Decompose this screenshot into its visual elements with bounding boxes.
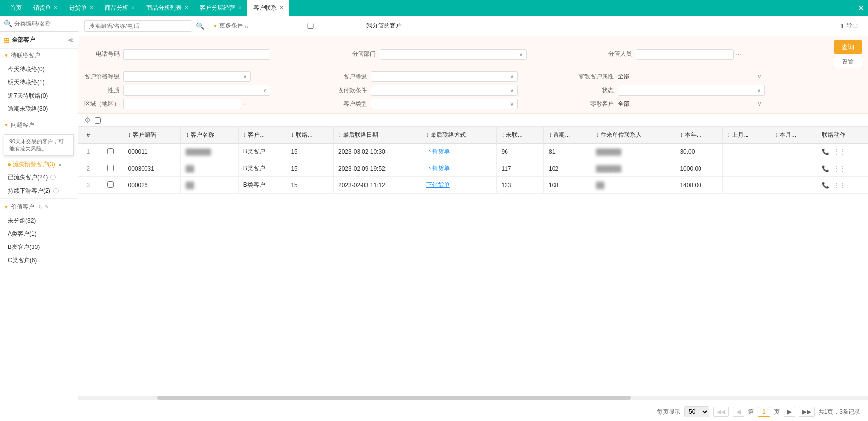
cell-last-method[interactable]: 下销货单 <box>421 177 496 194</box>
col-code[interactable]: ↕ 客户编码 <box>123 127 181 144</box>
filter-input-person[interactable] <box>636 49 734 60</box>
first-page-button[interactable]: ◀◀ <box>713 407 729 417</box>
customer-table: # ↕ 客户编码 ↕ 客户名称 ↕ 客户... ↕ 联络... ↕ 最后联络日期… <box>78 127 868 194</box>
close-customer-contact[interactable]: × <box>280 4 283 11</box>
sidebar-item-tomorrow[interactable]: 明天待联络(1) <box>0 76 78 89</box>
refresh-icon-value[interactable]: ↻ <box>38 204 43 210</box>
close-product-analysis[interactable]: × <box>131 4 135 11</box>
filter-dots-person[interactable]: ··· <box>734 51 743 58</box>
filter-select-nature[interactable]: ∨ <box>123 85 270 96</box>
sidebar-item-class-c[interactable]: C类客户(6) <box>0 254 78 267</box>
search-input[interactable] <box>84 20 192 32</box>
sidebar-group-value[interactable]: ▼ 价值客户 ↻ ✎ <box>0 200 78 214</box>
more-icon[interactable]: ⋮⋮ <box>833 182 845 189</box>
phone-icon[interactable]: 📞 <box>822 149 829 155</box>
last-page-button[interactable]: ▶▶ <box>799 407 815 417</box>
col-last-date[interactable]: ↕ 最后联络日期 <box>334 127 421 144</box>
more-icon[interactable]: ⋮⋮ <box>833 165 845 172</box>
filter-dots-region[interactable]: ··· <box>241 100 250 107</box>
table-settings-icon[interactable]: ⚙ <box>84 116 91 124</box>
col-not-contacted[interactable]: ↕ 未联... <box>496 127 544 144</box>
filter-select-customer-type[interactable]: ∨ <box>371 99 518 109</box>
sidebar-group-pending[interactable]: ▼ 待联络客户 <box>0 49 78 63</box>
filter-select-retail-attr[interactable]: ∨ <box>754 72 803 81</box>
cell-checkbox[interactable] <box>98 144 123 160</box>
sidebar-item-today[interactable]: 今天待联络(0) <box>0 63 78 76</box>
cell-type: B类客户 <box>238 144 286 160</box>
settings-button[interactable]: 设置 <box>834 56 862 68</box>
table-row: 3 000026 ██ B类客户 15 2023-02-03 11:12: 下销… <box>78 177 868 194</box>
col-overdue[interactable]: ↕ 逾期... <box>544 127 591 144</box>
filter-label-retail-attr: 零散客户属性 <box>579 73 618 81</box>
cell-code: 000026 <box>123 177 181 194</box>
nav-product-analysis[interactable]: 商品分析 × <box>99 0 141 16</box>
nav-product-analysis-list[interactable]: 商品分析列表 × <box>141 0 194 16</box>
search-button[interactable]: 🔍 <box>196 22 204 30</box>
col-this-month[interactable]: ↕ 本月... <box>770 127 817 144</box>
export-button[interactable]: ⬆ 导出 <box>836 20 862 32</box>
col-last-method[interactable]: ↕ 最后联络方式 <box>421 127 496 144</box>
cell-last-method[interactable]: 下销货单 <box>421 144 496 160</box>
nav-customer-layered[interactable]: 客户分层经营 × <box>194 0 247 16</box>
filter-select-retail-customer[interactable]: ∨ <box>754 99 803 109</box>
prev-page-button[interactable]: ◀ <box>733 407 744 417</box>
my-customers-checkbox[interactable] <box>257 23 364 29</box>
filter-select-payment[interactable]: ∨ <box>371 85 518 96</box>
filter-input-region[interactable] <box>123 99 241 109</box>
edit-icon-value[interactable]: ✎ <box>45 204 49 210</box>
query-button[interactable]: 查询 <box>834 40 862 54</box>
sidebar-item-ungrouped[interactable]: 未分组(32) <box>0 214 78 227</box>
sidebar-item-class-a[interactable]: A类客户(1) <box>0 227 78 241</box>
more-icon[interactable]: ⋮⋮ <box>833 149 845 155</box>
filter-row-1: 电话号码 分管部门 ∨ 分管人员 ··· <box>84 40 862 68</box>
col-type[interactable]: ↕ 客户... <box>238 127 286 144</box>
cell-action[interactable]: 📞⋮⋮ <box>817 177 868 194</box>
sidebar-item-overdue[interactable]: 逾期未联络(30) <box>0 102 78 116</box>
next-page-button[interactable]: ▶ <box>784 407 795 417</box>
filter-input-phone[interactable] <box>123 49 270 60</box>
sidebar-item-class-b[interactable]: B类客户(33) <box>0 241 78 254</box>
cell-checkbox[interactable] <box>98 160 123 177</box>
cell-action[interactable]: 📞⋮⋮ <box>817 144 868 160</box>
nav-sales-order[interactable]: 销货单 × <box>27 0 63 16</box>
sidebar-item-churned[interactable]: 已流失客户(24) ⓘ <box>0 171 78 184</box>
sidebar-all-customers[interactable]: ⊞ 全部客户 ≪ <box>0 32 78 49</box>
close-purchase-order[interactable]: × <box>90 4 93 11</box>
close-product-analysis-list[interactable]: × <box>185 4 188 11</box>
filter-nature: 性质 ∨ <box>84 85 309 96</box>
scrollbar-thumb[interactable] <box>157 396 631 400</box>
filter-button[interactable]: ▼ 更多条件 ∧ <box>208 20 253 32</box>
select-all-checkbox[interactable] <box>95 117 101 124</box>
sidebar-item-declining[interactable]: 持续下滑客户(2) ⓘ <box>0 184 78 198</box>
collapse-icon[interactable]: ≪ <box>68 37 74 44</box>
cell-checkbox[interactable] <box>98 177 123 194</box>
horizontal-scrollbar[interactable] <box>78 396 868 400</box>
col-name[interactable]: ↕ 客户名称 <box>181 127 239 144</box>
filter-text-retail-customer: 全部 <box>618 100 754 108</box>
phone-icon[interactable]: 📞 <box>822 165 829 172</box>
phone-icon[interactable]: 📞 <box>822 182 829 189</box>
cell-last-method[interactable]: 下销货单 <box>421 160 496 177</box>
per-page-select[interactable]: 50 100 <box>684 406 709 417</box>
sidebar-item-7days[interactable]: 近7天待联络(0) <box>0 89 78 102</box>
nav-customer-contact[interactable]: 客户联系 × <box>247 0 289 16</box>
my-customers-filter[interactable]: 我分管的客户 <box>257 22 402 30</box>
filter-select-customer-level[interactable]: ∨ <box>371 71 518 82</box>
nav-home[interactable]: 首页 <box>4 0 27 16</box>
sidebar-item-churn-warning[interactable]: 流失预警客户(3) ● <box>0 158 78 171</box>
col-contact-person[interactable]: ↕ 往来单位联系人 <box>591 127 675 144</box>
cell-this-year: 1000.00 <box>675 160 723 177</box>
sidebar-search-input[interactable] <box>14 20 78 27</box>
nav-purchase-order[interactable]: 进货单 × <box>63 0 99 16</box>
sidebar-group-problem[interactable]: ▼ 问题客户 <box>0 118 78 132</box>
close-customer-layered[interactable]: × <box>238 4 241 11</box>
filter-select-price-level[interactable]: ∨ <box>123 71 251 82</box>
col-last-month[interactable]: ↕ 上月... <box>723 127 770 144</box>
col-this-year[interactable]: ↕ 本年... <box>675 127 723 144</box>
filter-select-dept[interactable]: ∨ <box>380 49 527 60</box>
col-contact[interactable]: ↕ 联络... <box>286 127 334 144</box>
cell-action[interactable]: 📞⋮⋮ <box>817 160 868 177</box>
close-sales-order[interactable]: × <box>54 4 57 11</box>
filter-select-status[interactable]: ∨ <box>618 85 765 96</box>
close-window-btn[interactable]: ✕ <box>858 3 864 13</box>
